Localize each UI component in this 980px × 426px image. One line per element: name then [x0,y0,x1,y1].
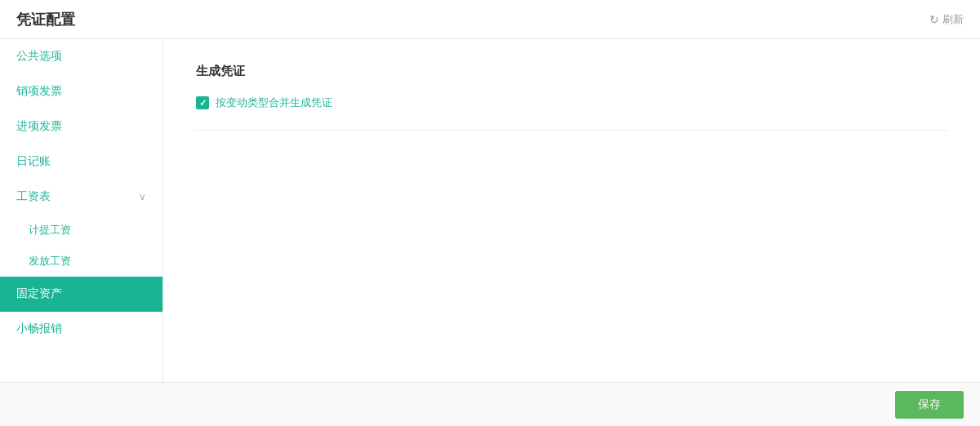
sidebar-item-label: 小畅报销 [16,322,62,336]
sidebar-item-label: 公共选项 [16,49,62,64]
checkbox-row: 按变动类型合并生成凭证 [196,95,947,110]
footer: 保存 [0,382,980,426]
sidebar-item-journal[interactable]: 日记账 [0,144,163,180]
sidebar-item-release-salary[interactable]: 发放工资 [0,246,163,277]
sidebar-item-label: 固定资产 [16,286,62,301]
sidebar: 公共选项 销项发票 进项发票 日记账 工资表 ∨ 计提工资 发放工资 固定资 [0,39,163,382]
sidebar-item-label: 工资表 [16,189,51,204]
sidebar-item-payroll[interactable]: 工资表 ∨ [0,180,163,215]
section-title: 生成凭证 [196,64,947,79]
sidebar-item-label: 销项发票 [16,84,62,99]
checkbox-label: 按变动类型合并生成凭证 [216,95,332,110]
sidebar-item-purchase-invoice[interactable]: 进项发票 [0,109,163,144]
sidebar-item-sales-invoice[interactable]: 销项发票 [0,74,163,109]
refresh-button[interactable]: ↻ 刷新 [929,12,964,27]
sidebar-item-label: 进项发票 [16,119,62,134]
sidebar-item-fixed-assets[interactable]: 固定资产 [0,277,163,312]
chevron-down-icon: ∨ [139,191,146,202]
sidebar-item-label: 日记账 [16,154,51,169]
main-content: 生成凭证 按变动类型合并生成凭证 [163,39,980,382]
page-title: 凭证配置 [16,10,75,29]
sidebar-item-label: 计提工资 [29,224,71,236]
merge-by-type-checkbox[interactable] [196,96,209,109]
header: 凭证配置 ↻ 刷新 [0,0,980,39]
sidebar-item-expense-reimbursement[interactable]: 小畅报销 [0,312,163,347]
sidebar-item-label: 发放工资 [29,255,71,267]
page-wrapper: 凭证配置 ↻ 刷新 公共选项 销项发票 进项发票 日记账 工资表 ∨ [0,0,980,426]
divider [196,130,947,131]
refresh-label: 刷新 [942,12,964,27]
save-button[interactable]: 保存 [895,391,964,419]
sidebar-item-accrual-salary[interactable]: 计提工资 [0,215,163,246]
sidebar-item-public-options[interactable]: 公共选项 [0,39,163,74]
body: 公共选项 销项发票 进项发票 日记账 工资表 ∨ 计提工资 发放工资 固定资 [0,39,980,382]
refresh-icon: ↻ [929,13,939,26]
